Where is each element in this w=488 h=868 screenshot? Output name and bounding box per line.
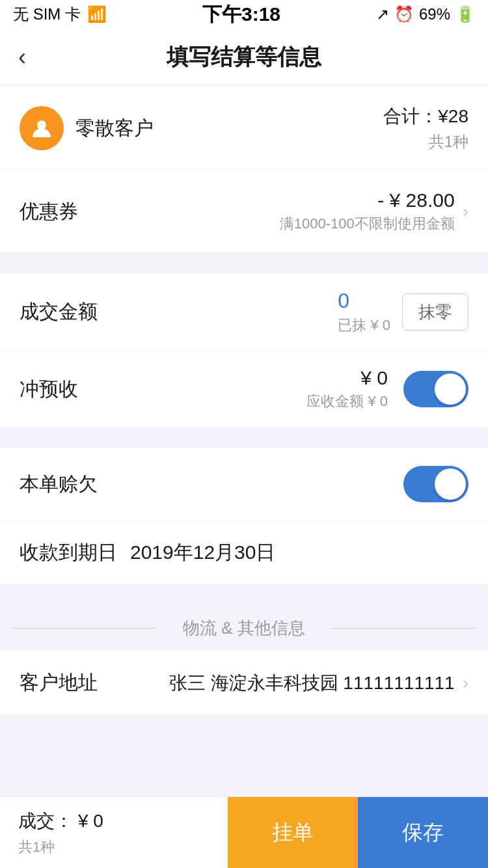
prepay-amount: ¥ 0 [306, 367, 388, 389]
bottom-bar: 成交： ¥ 0 共1种 挂单 保存 [0, 796, 488, 868]
battery-text: 69% [419, 5, 450, 23]
customer-left: 零散客户 [20, 106, 154, 150]
due-date-row: 收款到期日 2019年12月30日 [0, 521, 488, 584]
prepay-info: ¥ 0 应收金额 ¥ 0 [306, 367, 388, 411]
prepay-row: 冲预收 ¥ 0 应收金额 ¥ 0 [0, 351, 488, 427]
nav-bar: ‹ 填写结算等信息 [0, 29, 488, 86]
deal-amount-sub: 已抹 ¥ 0 [338, 316, 390, 335]
debt-row: 本单赊欠 [0, 448, 488, 521]
deal-amount-row: 成交金额 0 已抹 ¥ 0 抹零 [0, 273, 488, 351]
band-1 [0, 263, 488, 273]
location-icon: ↗ [376, 5, 389, 23]
due-date-label: 收款到期日 [20, 539, 117, 566]
bottom-info: 成交： ¥ 0 共1种 [0, 797, 228, 868]
prepay-label: 冲预收 [20, 376, 78, 403]
band-2 [0, 437, 488, 448]
coupon-desc: 满1000-100不限制使用金额 [280, 214, 455, 234]
status-bar: 无 SIM 卡 📶 下午3:18 ↗ ⏰ 69% 🔋 [0, 0, 488, 29]
alarm-icon: ⏰ [394, 5, 414, 23]
address-row[interactable]: 客户地址 张三 海淀永丰科技园 11111111111 › [0, 651, 488, 714]
address-label: 客户地址 [20, 670, 98, 696]
coupon-row[interactable]: 优惠券 - ¥ 28.00 满1000-100不限制使用金额 › [0, 170, 488, 252]
battery-icon: 🔋 [455, 5, 475, 23]
logistics-title: 物流 & 其他信息 [183, 617, 305, 640]
coupon-right: - ¥ 28.00 满1000-100不限制使用金额 › [280, 189, 468, 234]
band-3 [0, 595, 488, 605]
svg-point-0 [37, 120, 46, 129]
address-section: 客户地址 张三 海淀永丰科技园 11111111111 › [0, 651, 488, 714]
logistics-header: 物流 & 其他信息 [0, 605, 488, 651]
customer-row: 零散客户 合计：¥28 共1种 [0, 86, 488, 170]
deal-amount-right: 0 已抹 ¥ 0 抹零 [338, 289, 468, 335]
prepay-toggle[interactable] [403, 371, 468, 407]
status-right: ↗ ⏰ 69% 🔋 [376, 5, 475, 23]
hang-single-button[interactable]: 挂单 [228, 797, 358, 868]
round-zero-button[interactable]: 抹零 [402, 293, 468, 331]
customer-count: 共1种 [383, 131, 468, 152]
address-chevron-icon: › [463, 673, 468, 694]
bottom-count: 共1种 [18, 837, 210, 857]
prepay-toggle-knob [435, 373, 466, 405]
bottom-deal-label: 成交： [18, 809, 73, 834]
customer-total: 合计：¥28 [383, 104, 468, 129]
coupon-label: 优惠券 [20, 198, 78, 225]
customer-section: 零散客户 合计：¥28 共1种 优惠券 - ¥ 28.00 满1000-100不… [0, 86, 488, 252]
bottom-deal: 成交： ¥ 0 [18, 809, 210, 834]
coupon-discount: - ¥ 28.00 [280, 189, 455, 211]
page-title: 填写结算等信息 [167, 42, 321, 72]
deal-amount-label: 成交金额 [20, 299, 98, 325]
due-date-value: 2019年12月30日 [130, 539, 275, 566]
customer-name: 零散客户 [75, 115, 154, 142]
status-left: 无 SIM 卡 📶 [13, 4, 107, 25]
bottom-deal-value: ¥ 0 [78, 811, 103, 832]
address-value: 张三 海淀永丰科技园 11111111111 [98, 671, 455, 696]
logistics-line-left [13, 628, 157, 629]
save-button[interactable]: 保存 [358, 797, 488, 868]
logistics-line-right [331, 628, 475, 629]
prepay-sub: 应收金额 ¥ 0 [306, 392, 388, 411]
no-sim-text: 无 SIM 卡 [13, 4, 81, 25]
bottom-spacer [0, 725, 488, 803]
customer-right: 合计：¥28 共1种 [383, 104, 468, 152]
status-time: 下午3:18 [202, 1, 280, 28]
customer-avatar [20, 106, 64, 150]
deal-amount-value: 0 [338, 289, 390, 313]
debt-toggle-knob [435, 468, 466, 500]
coupon-chevron-icon: › [463, 201, 468, 222]
debt-toggle[interactable] [403, 466, 468, 502]
prepay-right: ¥ 0 应收金额 ¥ 0 [306, 367, 468, 411]
coupon-info: - ¥ 28.00 满1000-100不限制使用金额 [280, 189, 455, 234]
debt-label: 本单赊欠 [20, 471, 98, 498]
back-button[interactable]: ‹ [18, 44, 26, 71]
debt-section: 本单赊欠 收款到期日 2019年12月30日 [0, 448, 488, 584]
deal-section: 成交金额 0 已抹 ¥ 0 抹零 冲预收 ¥ 0 应收金额 ¥ 0 [0, 273, 488, 427]
wifi-icon: 📶 [87, 5, 107, 23]
